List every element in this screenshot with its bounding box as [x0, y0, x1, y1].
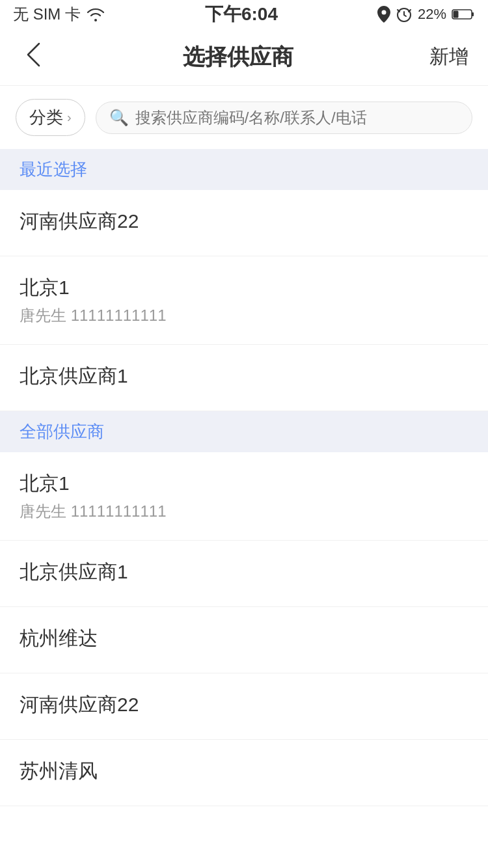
battery-percent: 22% [418, 6, 446, 23]
alarm-icon [396, 6, 413, 23]
section-header-text: 全部供应商 [20, 422, 104, 441]
category-button[interactable]: 分类 › [16, 99, 85, 136]
item-name: 北京1 [20, 470, 468, 497]
svg-rect-2 [453, 11, 458, 18]
wifi-icon [86, 7, 105, 21]
search-icon: 🔍 [109, 109, 129, 127]
list-item[interactable]: 河南供应商22 [0, 673, 488, 740]
status-time: 下午6:04 [205, 2, 278, 27]
svg-rect-3 [472, 12, 474, 16]
status-right: 22% [377, 6, 475, 23]
list-item[interactable]: 北京1唐先生 11111111111 [0, 452, 488, 541]
status-left: 无 SIM 卡 [13, 4, 105, 25]
status-bar: 无 SIM 卡 下午6:04 22% [0, 0, 488, 29]
item-name: 北京供应商1 [20, 559, 468, 586]
chevron-right-icon: › [67, 110, 72, 125]
section-header-text: 最近选择 [20, 159, 87, 179]
item-name: 北京1 [20, 275, 468, 301]
filter-bar: 分类 › 🔍 [0, 86, 488, 149]
item-name: 北京供应商1 [20, 363, 468, 390]
item-name: 河南供应商22 [20, 692, 468, 718]
list-item[interactable]: 北京1唐先生 11111111111 [0, 256, 488, 345]
list-item[interactable]: 北京供应商1 [0, 345, 488, 411]
section-header-recent: 最近选择 [0, 149, 488, 190]
back-button[interactable] [20, 36, 47, 79]
location-icon [377, 6, 390, 23]
page-title: 选择供应商 [183, 42, 293, 72]
item-name: 河南供应商22 [20, 208, 468, 235]
list-item[interactable]: 北京供应商1 [0, 541, 488, 607]
item-name: 苏州清风 [20, 758, 468, 785]
battery-icon [452, 8, 475, 20]
no-sim-label: 无 SIM 卡 [13, 4, 81, 25]
section-header-all: 全部供应商 [0, 411, 488, 452]
search-box[interactable]: 🔍 [96, 102, 472, 134]
category-label: 分类 [29, 106, 63, 129]
nav-bar: 选择供应商 新增 [0, 29, 488, 86]
sections-container: 最近选择河南供应商22北京1唐先生 11111111111北京供应商1全部供应商… [0, 149, 488, 806]
list-item[interactable]: 苏州清风 [0, 740, 488, 806]
list-item[interactable]: 河南供应商22 [0, 190, 488, 256]
list-item[interactable]: 杭州维达 [0, 607, 488, 673]
item-detail: 唐先生 11111111111 [20, 305, 468, 326]
item-detail: 唐先生 11111111111 [20, 501, 468, 522]
item-name: 杭州维达 [20, 625, 468, 652]
search-input[interactable] [135, 109, 459, 127]
add-button[interactable]: 新增 [429, 44, 468, 70]
